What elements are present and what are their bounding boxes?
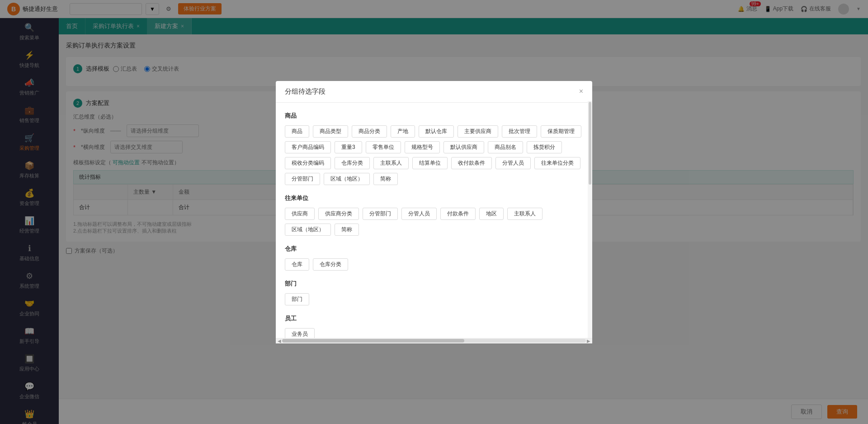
field-tag[interactable]: 商品分类 [352,125,387,138]
field-tag[interactable]: 供应商 [285,208,315,220]
section-warehouse: 仓库 仓库 仓库分类 [285,245,583,271]
field-tag[interactable]: 拣货积分 [527,141,562,153]
field-tag[interactable]: 重量3 [335,141,362,153]
vscroll-thumb [589,102,591,185]
section-warehouse-title: 仓库 [285,245,583,253]
partner-fields: 供应商 供应商分类 分管部门 分管人员 付款条件 地区 主联系人 区域（地区） … [285,208,583,236]
field-tag[interactable]: 商品别名 [488,141,523,153]
field-tag[interactable]: 保质期管理 [541,125,581,138]
field-tag[interactable]: 商品类型 [313,125,348,138]
field-tag[interactable]: 默认仓库 [419,125,454,138]
field-tag[interactable]: 仓库 [285,258,309,271]
field-tag[interactable]: 规格型号 [405,141,440,153]
scrollbar-right-btn[interactable]: ▶ [586,338,591,343]
scrollbar-left-btn[interactable]: ◀ [277,338,282,343]
section-partner-title: 往来单位 [285,194,583,202]
modal-overlay: 分组待选字段 × 商品 商品 商品类型 商品分类 产地 默认仓库 主要供应商 批… [0,0,868,424]
field-tag[interactable]: 简称 [373,173,398,185]
modal-horizontal-scrollbar[interactable]: ◀ ▶ [276,338,592,343]
field-tag[interactable]: 仓库分类 [313,258,348,271]
field-tag[interactable]: 分管人员 [495,157,531,169]
modal-title: 分组待选字段 [285,87,326,96]
field-tag[interactable]: 客户商品编码 [285,141,331,153]
field-tag[interactable]: 分管部门 [285,173,320,185]
field-select-modal: 分组待选字段 × 商品 商品 商品类型 商品分类 产地 默认仓库 主要供应商 批… [276,81,592,343]
field-tag[interactable]: 地区 [479,208,504,220]
field-tag[interactable]: 主联系人 [507,208,542,220]
field-tag[interactable]: 付款条件 [440,208,476,220]
field-tag[interactable]: 收付款条件 [451,157,492,169]
field-tag[interactable]: 区域（地区） [324,173,370,185]
modal-body: 商品 商品 商品类型 商品分类 产地 默认仓库 主要供应商 批次管理 保质期管理… [276,103,592,338]
field-tag[interactable]: 分管部门 [363,208,398,220]
scrollbar-track[interactable] [282,339,586,343]
modal-vertical-scrollbar[interactable] [588,101,592,338]
field-tag[interactable]: 结算单位 [412,157,448,169]
warehouse-fields: 仓库 仓库分类 [285,258,583,271]
section-employee-title: 员工 [285,314,583,323]
field-tag[interactable]: 税收分类编码 [285,157,331,169]
modal-header: 分组待选字段 × [276,81,592,103]
field-tag[interactable]: 仓库分类 [335,157,370,169]
field-tag[interactable]: 部门 [285,293,309,305]
section-product-title: 商品 [285,112,583,120]
employee-fields: 业务员 [285,328,583,338]
section-product: 商品 商品 商品类型 商品分类 产地 默认仓库 主要供应商 批次管理 保质期管理… [285,112,583,185]
section-dept-title: 部门 [285,280,583,288]
field-tag[interactable]: 零售单位 [366,141,401,153]
field-tag[interactable]: 主联系人 [373,157,409,169]
field-tag[interactable]: 产地 [391,125,415,138]
field-tag[interactable]: 商品 [285,125,309,138]
field-tag[interactable]: 业务员 [285,328,315,338]
field-tag[interactable]: 供应商分类 [318,208,359,220]
field-tag[interactable]: 往来单位分类 [534,157,580,169]
field-tag[interactable]: 默认供应商 [443,141,484,153]
section-employee: 员工 业务员 [285,314,583,338]
modal-close-btn[interactable]: × [579,87,583,95]
field-tag[interactable]: 分管人员 [401,208,437,220]
product-fields: 商品 商品类型 商品分类 产地 默认仓库 主要供应商 批次管理 保质期管理 客户… [285,125,583,185]
field-tag[interactable]: 区域（地区） [285,224,331,236]
dept-fields: 部门 [285,293,583,305]
field-tag[interactable]: 简称 [335,224,359,236]
section-dept: 部门 部门 [285,280,583,305]
section-partner: 往来单位 供应商 供应商分类 分管部门 分管人员 付款条件 地区 主联系人 区域… [285,194,583,236]
field-tag[interactable]: 主要供应商 [458,125,498,138]
scrollbar-thumb [282,339,464,343]
field-tag[interactable]: 批次管理 [502,125,537,138]
